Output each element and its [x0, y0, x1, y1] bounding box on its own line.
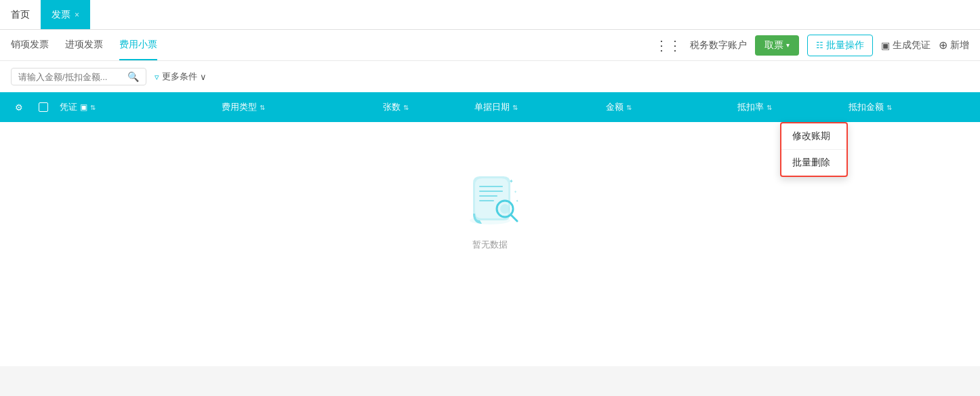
th-amount[interactable]: 金额 ⇅ [600, 101, 732, 113]
batch-icon: ☷ [816, 41, 823, 50]
qr-button[interactable]: ⋮⋮ [655, 37, 682, 54]
voucher-header-icon: ▣ [80, 102, 87, 112]
svg-text:✦: ✦ [514, 190, 517, 194]
select-all-checkbox[interactable] [39, 102, 48, 112]
voucher-label: 生成凭证 [893, 39, 931, 52]
amount-sort-icon: ⇅ [626, 104, 632, 111]
svg-text:✦: ✦ [509, 178, 514, 184]
home-label: 首页 [11, 9, 30, 21]
batch-delete-label: 批量删除 [792, 157, 830, 167]
filter-bar: 🔍 ▿ 更多条件 ∨ [0, 61, 980, 92]
deduct-sort-icon: ⇅ [886, 104, 892, 111]
svg-text:✦: ✦ [516, 199, 518, 203]
tab-expense-receipt[interactable]: 费用小票 [119, 30, 157, 60]
search-box[interactable]: 🔍 [11, 68, 146, 85]
main-content: 🔍 ▿ 更多条件 ∨ ⚙ 凭证 ▣ ⇅ 费用类型 ⇅ 张数 ⇅ 单据日期 [0, 61, 980, 366]
tab-close-icon[interactable]: × [75, 10, 79, 20]
batch-operation-button[interactable]: ☷ 批量操作 [807, 35, 873, 56]
expense-type-header-label: 费用类型 [222, 101, 257, 113]
amount-header-label: 金额 [606, 101, 624, 113]
more-filter-button[interactable]: ▿ 更多条件 ∨ [155, 71, 207, 83]
th-rate[interactable]: 抵扣率 ⇅ [732, 101, 843, 113]
generate-voucher-button[interactable]: ▣ 生成凭证 [881, 39, 931, 52]
add-label: 新增 [950, 39, 969, 52]
sub-nav-right: ⋮⋮ 税务数字账户 取票 ▾ ☷ 批量操作 ▣ 生成凭证 ⊕ 新增 [655, 35, 969, 56]
th-voucher[interactable]: 凭证 ▣ ⇅ [54, 101, 216, 113]
home-nav-item[interactable]: 首页 [0, 0, 41, 29]
deduct-header-label: 抵扣金额 [849, 101, 884, 113]
th-checkbox[interactable] [33, 102, 54, 112]
top-nav: 首页 发票 × [0, 0, 980, 30]
date-header-label: 单据日期 [474, 101, 510, 113]
svg-line-3 [511, 215, 517, 221]
modify-period-label: 修改账期 [792, 130, 830, 141]
tax-account-label: 税务数字账户 [690, 39, 747, 50]
rate-header-label: 抵扣率 [737, 101, 764, 113]
empty-state-icon: ✦ ✦ ✦ [456, 163, 524, 231]
add-button[interactable]: ⊕ 新增 [939, 39, 969, 52]
th-date[interactable]: 单据日期 ⇅ [469, 101, 600, 113]
take-invoice-label: 取票 [764, 39, 783, 52]
table-header: ⚙ 凭证 ▣ ⇅ 费用类型 ⇅ 张数 ⇅ 单据日期 ⇅ 金额 ⇅ 抵扣率 ⇅ [0, 92, 980, 122]
more-filter-label: 更多条件 [162, 71, 197, 83]
empty-text: 暂无数据 [472, 239, 508, 251]
rate-sort-icon: ⇅ [767, 104, 772, 111]
expense-type-sort-icon: ⇅ [260, 104, 265, 111]
count-header-label: 张数 [383, 101, 401, 113]
more-filter-chevron-icon: ∨ [200, 72, 207, 82]
search-input[interactable] [18, 72, 123, 82]
date-sort-icon: ⇅ [512, 104, 518, 111]
sub-nav-left: 销项发票 进项发票 费用小票 [11, 30, 157, 60]
qr-icon: ⋮⋮ [655, 38, 682, 53]
batch-operation-dropdown: 修改账期 批量删除 [780, 122, 848, 177]
tax-account-button[interactable]: 税务数字账户 [690, 39, 747, 52]
th-expense-type[interactable]: 费用类型 ⇅ [216, 101, 378, 113]
count-sort-icon: ⇅ [403, 104, 409, 111]
search-icon[interactable]: 🔍 [127, 71, 139, 82]
settings-icon: ⚙ [15, 102, 23, 113]
filter-icon: ▿ [155, 72, 159, 82]
voucher-sort-icon: ⇅ [90, 104, 96, 111]
modify-period-item[interactable]: 修改账期 [781, 123, 846, 150]
voucher-icon: ▣ [881, 40, 890, 51]
svg-point-2 [500, 204, 510, 214]
th-settings[interactable]: ⚙ [5, 102, 33, 113]
take-invoice-button[interactable]: 取票 ▾ [755, 35, 799, 56]
add-icon: ⊕ [939, 39, 947, 52]
tab-sales-invoice[interactable]: 销项发票 [11, 30, 49, 60]
voucher-header-label: 凭证 [60, 101, 77, 113]
sub-nav: 销项发票 进项发票 费用小票 ⋮⋮ 税务数字账户 取票 ▾ ☷ 批量操作 ▣ 生… [0, 30, 980, 61]
tab-label: 发票 [52, 9, 70, 21]
th-deduct[interactable]: 抵扣金额 ⇅ [843, 101, 975, 113]
tab-purchase-invoice[interactable]: 进项发票 [65, 30, 103, 60]
batch-delete-item[interactable]: 批量删除 [781, 150, 846, 176]
th-count[interactable]: 张数 ⇅ [377, 101, 469, 113]
invoice-tab[interactable]: 发票 × [41, 0, 90, 29]
take-chevron-icon: ▾ [786, 41, 790, 49]
batch-label: 批量操作 [826, 39, 864, 52]
